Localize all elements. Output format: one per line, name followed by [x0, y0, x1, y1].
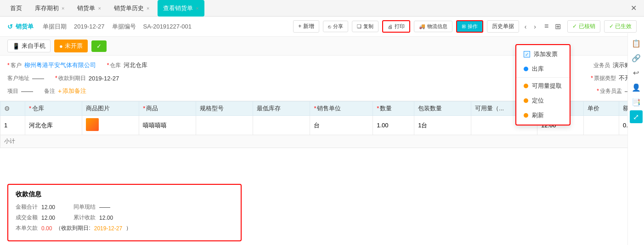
- plus-icon: +: [58, 87, 62, 95]
- payment-info-title: 收款信息: [16, 190, 233, 199]
- tab-inventory-init-close[interactable]: ×: [62, 6, 64, 11]
- note-label: 备注: [44, 87, 55, 95]
- subtotal-label: 小计: [0, 135, 644, 148]
- copy-button[interactable]: ❏ 复制: [352, 21, 378, 32]
- sold-status-button[interactable]: ✓ 已核销: [567, 20, 600, 33]
- tab-sales-order-close[interactable]: ×: [98, 6, 101, 11]
- confirm-button[interactable]: ✓: [91, 40, 107, 52]
- payment-info-row-2: 成交金额 12.00 累计收款 12.00: [16, 214, 233, 222]
- doc-no-label: 单据编号: [112, 23, 136, 31]
- operate-button[interactable]: ⊞ 操作: [456, 20, 483, 33]
- sidebar-link-icon[interactable]: 🔗: [630, 51, 643, 64]
- doc-meta: 单据日期 2019-12-27 单据编号 SA-20191227-001: [43, 23, 192, 31]
- same-order-value: ——: [99, 204, 110, 211]
- customer-field: 客户 柳州粤港平安气体有限公司: [7, 61, 96, 69]
- due-date-suffix: ）: [126, 224, 131, 232]
- row-product: 嘻嘻嘻嘻: [139, 116, 196, 135]
- row-product-img: [82, 116, 139, 135]
- quantity-pickup-item[interactable]: 可用量提取: [516, 79, 570, 93]
- add-invoice-label: 添加发票: [534, 50, 558, 58]
- from-phone-button[interactable]: 📱 来自手机: [7, 40, 51, 52]
- customer-label: 客户: [7, 62, 22, 69]
- copy-icon: ❏: [357, 23, 362, 29]
- sidebar-user-icon[interactable]: 👤: [630, 81, 643, 94]
- customer-value[interactable]: 柳州粤港平安气体有限公司: [24, 61, 96, 69]
- doc-no-value: SA-20191227-001: [143, 23, 192, 30]
- due-date-prefix: （收款到期日:: [56, 224, 90, 232]
- new-button[interactable]: + 新增: [293, 20, 319, 33]
- share-button[interactable]: ⎋ 分享: [323, 21, 348, 32]
- print-button[interactable]: 🖨 打印: [382, 20, 410, 33]
- tab-home[interactable]: 首页: [4, 0, 28, 17]
- row-unit-price: [583, 116, 619, 135]
- tab-sales-history[interactable]: 销货单历史 ×: [107, 0, 156, 17]
- tab-view-sales[interactable]: 查看销货单 ×: [158, 0, 204, 17]
- main-content: ↺ 销货单 单据日期 2019-12-27 单据编号 SA-20191227-0…: [0, 17, 644, 245]
- grid-view-button[interactable]: ⊞: [552, 21, 564, 32]
- prev-button[interactable]: ‹: [523, 22, 529, 31]
- settings-icon[interactable]: ⚙: [4, 105, 10, 112]
- tab-sales-order[interactable]: 销货单 ×: [71, 0, 107, 17]
- tab-inventory-init[interactable]: 库存期初 ×: [28, 0, 71, 17]
- sidebar-expand-icon[interactable]: ⤢: [630, 110, 643, 123]
- out-warehouse-dot: [524, 67, 528, 71]
- locate-label: 定位: [532, 97, 544, 105]
- payment-info-row-1: 金额合计 12.00 同单现结 ——: [16, 203, 233, 211]
- doc-title: ↺ 销货单: [7, 23, 34, 31]
- quantity-pickup-dot: [524, 84, 528, 88]
- row-no: 1: [0, 116, 25, 135]
- tab-sales-history-close[interactable]: ×: [147, 6, 149, 11]
- doc-date-value: 2019-12-27: [74, 23, 105, 30]
- doc-date-label: 单据日期: [43, 23, 67, 31]
- effective-status-button[interactable]: ✓ 已生效: [604, 20, 637, 33]
- logistics-button[interactable]: 🚚 物流信息: [414, 21, 452, 32]
- current-due-value: 0.00: [41, 225, 52, 232]
- not-opened-button[interactable]: ● 未开票: [54, 40, 88, 52]
- note-field: 备注 + 添加备注: [44, 87, 86, 95]
- right-sidebar: 📋 🔗 ↩ 👤 📑 ⤢: [627, 33, 644, 245]
- row-pack-qty: 1台: [414, 116, 471, 135]
- col-pack-qty: 包装数量: [414, 102, 471, 116]
- payment-date-label: 收款到期日: [55, 74, 86, 82]
- locate-item[interactable]: 定位: [516, 93, 570, 108]
- operate-dropdown: ✓ 添加发票 出库 可用量提取 定位 刷新: [515, 44, 571, 125]
- tab-view-sales-close[interactable]: ×: [196, 6, 198, 11]
- sidebar-return-icon[interactable]: ↩: [630, 66, 643, 79]
- current-due-item: 本单欠款 0.00 （收款到期日: 2019-12-27 ）: [16, 224, 131, 232]
- warehouse-field: 仓库 河北仓库: [107, 61, 148, 69]
- payment-date-field: 收款到期日 2019-12-27: [55, 74, 119, 82]
- logistics-icon: 🚚: [419, 23, 425, 29]
- sidebar-doc-icon[interactable]: 📑: [630, 96, 643, 108]
- salesman2-label: 业务员盂: [597, 87, 622, 95]
- dropdown-divider: [516, 77, 570, 78]
- total-amount-value: 12.00: [41, 204, 55, 211]
- out-warehouse-item[interactable]: 出库: [516, 62, 570, 76]
- col-product: 商品: [139, 102, 196, 116]
- ticket-type-label: 票据类型: [591, 74, 616, 82]
- add-invoice-item[interactable]: ✓ 添加发票: [516, 47, 570, 62]
- refresh-label: 刷新: [532, 111, 544, 120]
- add-invoice-checkbox: ✓: [524, 51, 530, 57]
- warehouse-value: 河北仓库: [124, 61, 147, 69]
- sidebar-clipboard-icon[interactable]: 📋: [630, 37, 643, 50]
- col-settings: ⚙: [0, 102, 25, 116]
- next-button[interactable]: ›: [532, 22, 538, 31]
- col-min-stock: 最低库存: [253, 102, 310, 116]
- deal-amount-value: 12.00: [41, 215, 55, 221]
- col-unit-price: 单价: [583, 102, 619, 116]
- history-button[interactable]: 历史单据: [487, 20, 519, 33]
- col-sales-unit: 销售单位: [310, 102, 373, 116]
- add-note-button[interactable]: + 添加备注: [58, 87, 86, 95]
- window-close-button[interactable]: ✕: [627, 4, 640, 12]
- col-warehouse: 仓库: [25, 102, 82, 116]
- list-view-button[interactable]: ≡: [542, 21, 551, 32]
- deal-amount-label: 成交金额: [16, 214, 38, 222]
- warehouse-label: 仓库: [107, 62, 121, 69]
- refresh-item[interactable]: 刷新: [516, 108, 570, 123]
- payment-info-row-3: 本单欠款 0.00 （收款到期日: 2019-12-27 ）: [16, 224, 233, 232]
- row-quantity: 1.00: [373, 116, 414, 135]
- due-date-value: 2019-12-27: [94, 225, 122, 232]
- row-sales-unit: 台: [310, 116, 373, 135]
- view-toggle: ≡ ⊞: [542, 21, 564, 32]
- salesman-label: 业务员: [593, 62, 610, 69]
